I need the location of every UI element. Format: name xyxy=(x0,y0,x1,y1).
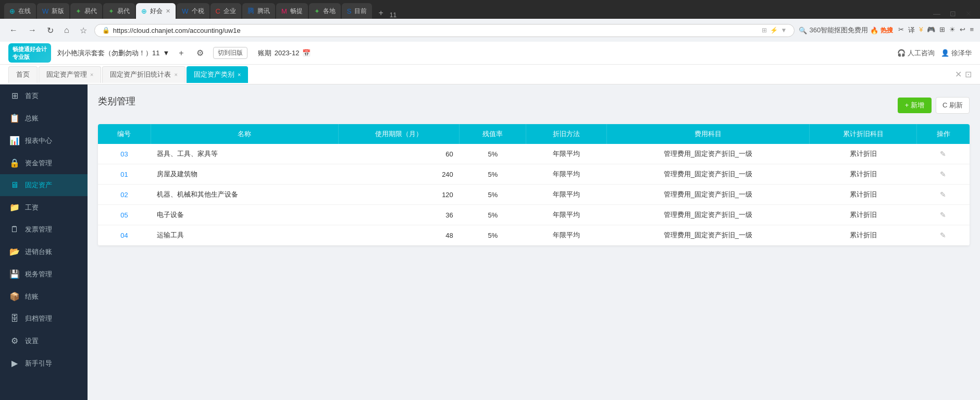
back-button[interactable]: ← xyxy=(6,25,21,36)
cell-action-4: ✎ xyxy=(917,225,970,246)
browser-tab-9[interactable]: M 畅提 xyxy=(276,3,308,19)
expand-panel-button[interactable]: ⊡ xyxy=(965,69,972,79)
browser-tab-5[interactable]: ⊕ 好会 ✕ xyxy=(136,3,176,19)
browser-tab-11[interactable]: S 目前 xyxy=(342,3,373,19)
sidebar-item-archive[interactable]: 🗄 归档管理 xyxy=(0,308,88,330)
fixed-assets-icon: 🖥 xyxy=(9,180,20,190)
nav-tabs-bar: 首页 固定资产管理 × 固定资产折旧统计表 × 固定资产类别 × ✕ ⊡ xyxy=(0,65,980,84)
browser-tab-4[interactable]: ✦ 易代 xyxy=(103,3,135,19)
sidebar-item-funds[interactable]: 🔒 资金管理 xyxy=(0,152,88,174)
coin-icon[interactable]: ¥ xyxy=(919,26,923,35)
address-dropdown-icon[interactable]: ▼ xyxy=(781,27,787,34)
sidebar-item-guide[interactable]: ▶ 新手引导 xyxy=(0,352,88,374)
sidebar-funds-label: 资金管理 xyxy=(25,159,52,168)
period-label: 账期 xyxy=(258,49,271,58)
sidebar-item-purchase-sales[interactable]: 📂 进销台账 xyxy=(0,240,88,263)
code-link-1[interactable]: 01 xyxy=(120,171,128,178)
edit-button-2[interactable]: ✎ xyxy=(940,190,946,199)
grid-icon[interactable]: ⊞ xyxy=(939,26,945,35)
bookmark-button[interactable]: ☆ xyxy=(77,25,90,37)
edit-button-3[interactable]: ✎ xyxy=(940,211,946,219)
forward-button[interactable]: → xyxy=(25,25,40,36)
cell-code-2: 02 xyxy=(98,185,151,205)
sidebar-item-close-account[interactable]: 📦 结账 xyxy=(0,285,88,308)
sidebar-item-home[interactable]: ⊞ 首页 xyxy=(0,84,88,107)
cell-method-1: 年限平均 xyxy=(526,164,606,185)
browser-tab-1[interactable]: ⊕ 在线 xyxy=(4,3,36,19)
cell-code-3: 05 xyxy=(98,205,151,225)
avatar-icon: 👤 xyxy=(941,49,949,57)
sidebar-ledger-label: 总账 xyxy=(25,114,39,123)
fixed-asset-mgmt-label: 固定资产管理 xyxy=(46,70,87,79)
refresh-button[interactable]: C 刷新 xyxy=(936,97,970,114)
browser-tab-8[interactable]: 腾 腾讯 xyxy=(242,3,275,19)
edit-button-4[interactable]: ✎ xyxy=(940,231,946,239)
table-row: 03 器具、工具、家具等 60 5% 年限平均 管理费用_固定资产折旧_一级 累… xyxy=(98,144,970,164)
reports-icon: 📊 xyxy=(9,136,20,146)
address-bar[interactable]: 🔒 https://cloud.chanjet.com/accounting/u… xyxy=(94,24,795,37)
new-tab-button[interactable]: + xyxy=(375,7,386,19)
close-fixed-asset-mgmt[interactable]: × xyxy=(90,71,93,78)
sun-icon[interactable]: ☀ xyxy=(949,26,956,35)
code-link-3[interactable]: 05 xyxy=(120,211,128,219)
header-user-info: 刘小艳演示套套（勿删勿动！）11 ▼ xyxy=(57,49,169,58)
menu-icon[interactable]: ≡ xyxy=(970,26,974,35)
period-selector[interactable]: 账期 2023-12 📅 xyxy=(258,49,311,58)
code-link-2[interactable]: 02 xyxy=(120,191,128,199)
undo-icon[interactable]: ↩ xyxy=(960,26,965,35)
switch-version-button[interactable]: 切到旧版 xyxy=(213,47,247,59)
sidebar-item-reports[interactable]: 📊 报表中心 xyxy=(0,129,88,152)
col-header-method: 折旧方法 xyxy=(526,124,606,144)
close-depreciation-table[interactable]: × xyxy=(174,71,177,78)
browser-tab-3[interactable]: ✦ 易代 xyxy=(70,3,102,19)
cell-period-3: 36 xyxy=(339,205,460,225)
translate-icon[interactable]: 译 xyxy=(908,26,915,35)
close-asset-category[interactable]: × xyxy=(238,71,241,78)
consult-button[interactable]: 🎧 人工咨询 xyxy=(897,49,935,58)
user-avatar-area[interactable]: 👤 徐泽华 xyxy=(941,49,972,58)
edit-button-0[interactable]: ✎ xyxy=(940,150,946,158)
game-icon[interactable]: 🎮 xyxy=(927,26,935,35)
browser-tab-7[interactable]: C 企业 xyxy=(210,3,241,19)
window-minimize-button[interactable]: — xyxy=(929,8,945,19)
window-restore-button[interactable]: ⊡ xyxy=(946,8,960,19)
nav-tab-fixed-asset-mgmt[interactable]: 固定资产管理 × xyxy=(39,66,101,83)
cell-residual-1: 5% xyxy=(460,164,526,185)
tab-close-5[interactable]: ✕ xyxy=(166,8,170,15)
browser-tab-6[interactable]: W 个税 xyxy=(177,3,209,19)
cell-name-0: 器具、工具、家具等 xyxy=(151,144,338,164)
sidebar-item-invoice[interactable]: 🗒 发票管理 xyxy=(0,219,88,240)
code-link-4[interactable]: 04 xyxy=(120,232,128,239)
calendar-icon[interactable]: 📅 xyxy=(302,49,311,57)
ledger-icon: 📋 xyxy=(9,113,20,123)
sidebar-item-general-ledger[interactable]: 📋 总账 xyxy=(0,107,88,129)
edit-button-1[interactable]: ✎ xyxy=(940,170,946,178)
tax-icon: 💾 xyxy=(9,269,20,279)
window-close-button[interactable]: ✕ xyxy=(961,8,976,19)
sidebar-item-fixed-assets[interactable]: 🖥 固定资产 xyxy=(0,174,88,196)
reload-button[interactable]: ↻ xyxy=(44,25,57,37)
sidebar-item-tax[interactable]: 💾 税务管理 xyxy=(0,263,88,285)
browser-tab-2[interactable]: W 新版 xyxy=(37,3,69,19)
search-icon: 🔍 xyxy=(799,27,807,34)
code-link-0[interactable]: 03 xyxy=(120,150,128,158)
nav-tab-depreciation-table[interactable]: 固定资产折旧统计表 × xyxy=(102,66,185,83)
add-category-button[interactable]: + 新增 xyxy=(898,98,932,113)
add-workspace-button[interactable]: + xyxy=(176,47,187,59)
cell-accumulated-1: 累计折旧 xyxy=(810,164,917,185)
sidebar-item-payroll[interactable]: 📁 工资 xyxy=(0,196,88,219)
sidebar-item-settings[interactable]: ⚙ 设置 xyxy=(0,330,88,352)
nav-tab-home[interactable]: 首页 xyxy=(8,66,38,83)
browser-tab-10[interactable]: ✦ 各地 xyxy=(309,3,341,19)
scissors-icon[interactable]: ✂ xyxy=(898,26,904,35)
close-panel-button[interactable]: ✕ xyxy=(955,69,962,79)
nav-tab-asset-category[interactable]: 固定资产类别 × xyxy=(187,66,248,83)
cell-period-4: 48 xyxy=(339,225,460,246)
home-button[interactable]: ⌂ xyxy=(61,25,72,36)
cell-action-3: ✎ xyxy=(917,205,970,225)
search-bar[interactable]: 🔍 360智能抠图免费用 🔥 热搜 xyxy=(799,26,893,35)
cell-expense-2: 管理费用_固定资产折旧_一级 xyxy=(606,185,809,205)
settings-header-button[interactable]: ⚙ xyxy=(193,47,207,59)
user-dropdown-icon[interactable]: ▼ xyxy=(163,49,169,57)
sidebar-settings-label: 设置 xyxy=(25,336,39,346)
